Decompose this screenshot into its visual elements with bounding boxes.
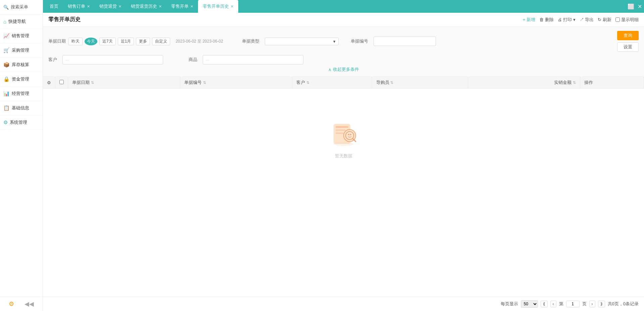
tab-home-label: 首页 xyxy=(50,3,58,9)
print-label: 🖨 打印 ▾ xyxy=(558,17,576,23)
sidebar-item-basic-info[interactable]: 📋 基础信息 xyxy=(0,101,43,115)
collapse-icon: ∧ xyxy=(328,67,332,72)
sidebar: 🔍 搜索采单 ⌂ 快捷导航 📈 销售管理 🛒 采购管理 📦 库存核算 🔒 资金管… xyxy=(0,0,43,311)
settings-button[interactable]: 设置 xyxy=(617,42,639,52)
sidebar-item-label: 快捷导航 xyxy=(8,18,26,24)
tab-sales-order[interactable]: 销售订单 ✕ xyxy=(63,0,95,13)
print-button[interactable]: 🖨 打印 ▾ xyxy=(558,17,576,23)
page-header: 零售开单历史 + 新增 🗑 删除 🖨 打印 ▾ ↗ 导出 ↻ 刷新 xyxy=(43,13,644,27)
delete-button[interactable]: 🗑 删除 xyxy=(539,17,554,23)
sort-icon[interactable]: ⇅ xyxy=(203,81,206,85)
tab-home[interactable]: 首页 xyxy=(45,0,63,13)
home-icon: ⌂ xyxy=(3,19,6,24)
sidebar-search-label: 搜索采单 xyxy=(11,4,28,10)
customer-dots: ··· xyxy=(65,57,69,62)
sort-icon[interactable]: ⇅ xyxy=(390,81,393,85)
sales-icon: 📈 xyxy=(3,33,10,39)
filter-area: 单据日期 昨天 今天 近7天 近1月 更多 自定义 2023-06-02 至 2… xyxy=(43,27,644,77)
sidebar-item-sales-mgmt[interactable]: 📈 销售管理 xyxy=(0,29,43,43)
sidebar-search[interactable]: 🔍 搜索采单 xyxy=(0,0,43,14)
th-amount-label: 实销金额 xyxy=(554,80,572,85)
number-input[interactable] xyxy=(374,37,436,46)
tab-retail-open[interactable]: 零售开单 ✕ xyxy=(166,0,198,13)
display-toggle[interactable]: 显示明细 xyxy=(615,17,639,23)
type-select[interactable]: ▾ xyxy=(265,38,339,45)
total-text: 共0页，0条记录 xyxy=(608,301,639,307)
settings-icon[interactable]: ⚙ xyxy=(9,300,14,308)
sidebar-item-purchase-mgmt[interactable]: 🛒 采购管理 xyxy=(0,43,43,58)
goods-label: 商品 xyxy=(189,57,197,63)
delete-label: 🗑 删除 xyxy=(539,17,554,23)
select-all-checkbox[interactable] xyxy=(59,80,64,84)
next-page-button[interactable]: › xyxy=(589,301,595,307)
sidebar-item-operations[interactable]: 📊 经营管理 xyxy=(0,87,43,101)
type-label: 单据类型 xyxy=(242,38,259,44)
th-gear[interactable]: ⚙ xyxy=(43,77,55,89)
th-check[interactable] xyxy=(55,77,68,89)
operations-icon: 📊 xyxy=(3,91,10,97)
first-page-button[interactable]: ⟪ xyxy=(541,301,548,307)
sidebar-item-label: 资金管理 xyxy=(12,76,29,82)
tab-close-icon[interactable]: ✕ xyxy=(159,4,162,9)
export-button[interactable]: ↗ 导出 xyxy=(580,17,594,23)
tab-close-icon[interactable]: ✕ xyxy=(118,4,121,9)
date-btn-today[interactable]: 今天 xyxy=(85,38,97,45)
goods-input[interactable]: ··· xyxy=(203,55,303,64)
pagination: 每页显示 50 10 20 100 ⟪ ‹ 第 页 › ⟫ 共0页，0条记录 xyxy=(43,297,644,311)
sidebar-item-finance[interactable]: 🔒 资金管理 xyxy=(0,72,43,87)
th-date: 单据日期 ⇅ xyxy=(68,77,180,89)
sidebar-item-inventory[interactable]: 📦 库存核算 xyxy=(0,58,43,72)
tab-sales-return[interactable]: 销货退货 ✕ xyxy=(95,0,126,13)
tab-retail-open-label: 零售开单 xyxy=(171,3,189,9)
display-toggle-label: 显示明细 xyxy=(621,17,639,23)
page-input[interactable] xyxy=(566,301,580,307)
th-salesperson: 导购员 ⇅ xyxy=(372,77,468,89)
tab-bar-right: ⬜ ✕ xyxy=(628,3,642,10)
date-btn-custom[interactable]: 自定义 xyxy=(152,38,170,45)
refresh-button[interactable]: ↻ 刷新 xyxy=(598,17,611,23)
last-page-button[interactable]: ⟫ xyxy=(598,301,605,307)
date-btn-7days[interactable]: 近7天 xyxy=(99,38,116,45)
tab-retail-history[interactable]: 零售开单历史 ✕ xyxy=(198,0,238,13)
sidebar-item-quick-nav[interactable]: ⌂ 快捷导航 xyxy=(0,14,43,29)
inventory-icon: 📦 xyxy=(3,62,10,68)
tab-retail-history-label: 零售开单历史 xyxy=(203,3,229,9)
gear-icon[interactable]: ⚙ xyxy=(47,80,51,85)
query-button[interactable]: 查询 xyxy=(617,31,639,40)
search-icon: 🔍 xyxy=(3,5,9,10)
th-customer-label: 客户 xyxy=(296,80,305,85)
window-close-icon[interactable]: ✕ xyxy=(638,3,642,10)
filter-date-field: 单据日期 昨天 今天 近7天 近1月 更多 自定义 2023-06-02 至 2… xyxy=(48,38,223,45)
tab-close-icon[interactable]: ✕ xyxy=(87,4,90,9)
tab-sales-order-label: 销售订单 xyxy=(68,3,85,9)
date-btn-yesterday[interactable]: 昨天 xyxy=(68,38,83,45)
toolbar: + 新增 🗑 删除 🖨 打印 ▾ ↗ 导出 ↻ 刷新 显示明细 xyxy=(523,17,639,23)
date-btn-1month[interactable]: 近1月 xyxy=(118,38,134,45)
empty-state: 暂无数据 xyxy=(43,89,644,186)
customer-input[interactable]: ··· xyxy=(62,55,163,64)
tab-sales-return-history-label: 销货退货历史 xyxy=(131,3,157,9)
sort-icon[interactable]: ⇅ xyxy=(306,81,309,85)
th-amount: 实销金额 ⇅ xyxy=(468,77,580,89)
add-label: + 新增 xyxy=(523,17,535,23)
sidebar-item-label: 库存核算 xyxy=(12,62,29,68)
sidebar-item-sys-mgmt[interactable]: ⚙ 系统管理 xyxy=(0,115,43,130)
tab-close-icon[interactable]: ✕ xyxy=(231,4,234,9)
window-restore-icon[interactable]: ⬜ xyxy=(628,3,634,10)
per-page-select[interactable]: 50 10 20 100 xyxy=(521,300,538,308)
tab-close-icon[interactable]: ✕ xyxy=(190,4,193,9)
sort-icon[interactable]: ⇅ xyxy=(91,81,94,85)
sidebar-item-label: 采购管理 xyxy=(12,47,29,53)
prev-page-button[interactable]: ‹ xyxy=(550,301,556,307)
sidebar-item-label: 经营管理 xyxy=(12,91,29,97)
collapse-sidebar-icon[interactable]: ◀◀ xyxy=(24,300,34,308)
tab-sales-return-history[interactable]: 销货退货历史 ✕ xyxy=(126,0,166,13)
sort-icon[interactable]: ⇅ xyxy=(573,81,576,85)
add-button[interactable]: + 新增 xyxy=(523,17,535,23)
display-toggle-checkbox[interactable] xyxy=(615,17,620,22)
sidebar-item-label: 系统管理 xyxy=(10,119,27,125)
filter-collapse[interactable]: ∧ 收起更多条件 xyxy=(48,66,639,72)
main-area: 首页 销售订单 ✕ 销货退货 ✕ 销货退货历史 ✕ 零售开单 ✕ 零售开单历史 … xyxy=(43,0,644,311)
date-btn-more[interactable]: 更多 xyxy=(136,38,150,45)
per-page-label: 每页显示 xyxy=(501,301,518,307)
